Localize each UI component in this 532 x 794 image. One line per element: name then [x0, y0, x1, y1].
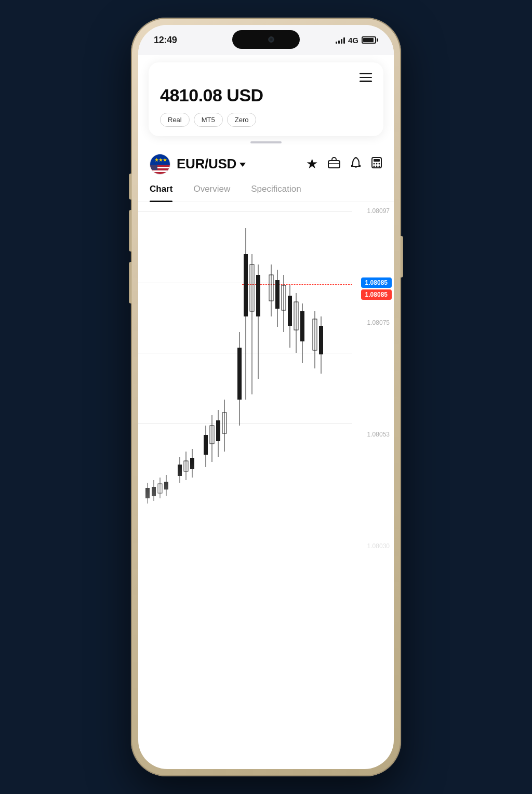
currency-left: ★★★ EUR/USD	[150, 154, 246, 175]
phone-shell: 12:49 4G	[131, 18, 401, 776]
volume-down-button[interactable]	[129, 262, 132, 303]
battery-tip	[377, 38, 378, 42]
account-balance: 4810.08 USD	[160, 85, 372, 105]
account-tag-mt5[interactable]: MT5	[194, 113, 223, 127]
hamburger-line-1	[360, 73, 372, 74]
ask-price-badge: 1.08085	[361, 289, 392, 300]
tab-chart[interactable]: Chart	[150, 184, 172, 202]
candle-group-right	[313, 311, 323, 374]
svg-point-6	[379, 163, 380, 164]
tab-specification[interactable]: Specification	[251, 184, 301, 202]
currency-header: ★★★ EUR/USD ★	[138, 147, 394, 175]
svg-point-8	[376, 165, 378, 167]
battery-icon	[362, 36, 378, 44]
account-tag-zero[interactable]: Zero	[227, 113, 257, 127]
svg-point-7	[374, 165, 375, 167]
svg-point-9	[379, 165, 380, 167]
signal-bar-4	[343, 37, 345, 44]
svg-rect-33	[237, 348, 242, 400]
status-icons: 4G	[336, 36, 378, 45]
briefcase-icon[interactable]	[327, 156, 341, 172]
account-tags: Real MT5 Zero	[160, 113, 372, 127]
account-tag-real[interactable]: Real	[160, 113, 190, 127]
phone-screen: 12:49 4G	[138, 25, 394, 769]
svg-rect-25	[204, 435, 208, 455]
menu-button[interactable]	[360, 73, 372, 82]
account-card: 4810.08 USD Real MT5 Zero	[149, 62, 383, 136]
svg-rect-51	[300, 311, 304, 341]
battery-fill	[363, 38, 374, 42]
phone-device: 12:49 4G	[131, 18, 401, 776]
svg-rect-23	[190, 458, 194, 469]
candle-group-consolidation	[269, 264, 304, 363]
candle-group-1	[145, 475, 168, 504]
volume-up-button[interactable]	[129, 210, 132, 252]
svg-rect-29	[216, 420, 220, 441]
candlestick-chart	[138, 202, 362, 555]
dynamic-island	[232, 30, 300, 49]
bell-icon[interactable]	[350, 156, 362, 172]
svg-rect-3	[374, 159, 380, 162]
power-button[interactable]	[400, 236, 403, 277]
candle-group-3	[204, 400, 227, 467]
hamburger-line-3	[360, 81, 372, 82]
svg-rect-43	[275, 280, 280, 309]
svg-rect-47	[288, 296, 292, 326]
battery-body	[362, 36, 376, 44]
status-time: 12:49	[154, 35, 177, 46]
account-card-header	[160, 73, 372, 82]
signal-bar-1	[336, 42, 337, 44]
signal-bar-3	[341, 39, 342, 44]
currency-name: EUR/USD	[177, 156, 236, 172]
chevron-down-icon	[240, 163, 246, 167]
signal-bar-2	[338, 41, 340, 44]
svg-rect-13	[152, 487, 156, 496]
svg-rect-0	[328, 161, 340, 168]
svg-rect-19	[178, 465, 182, 476]
svg-point-4	[374, 163, 375, 164]
svg-rect-35	[244, 254, 248, 316]
svg-point-5	[376, 163, 378, 164]
currency-flag: ★★★	[150, 154, 170, 175]
bid-price-badge: 1.08085	[361, 277, 392, 288]
candle-group-tall	[237, 228, 260, 426]
signal-bars-icon	[336, 36, 345, 44]
mute-button[interactable]	[129, 174, 132, 200]
calculator-icon[interactable]	[371, 156, 382, 172]
drag-handle-bar	[250, 141, 282, 143]
currency-name-container[interactable]: EUR/USD	[177, 156, 246, 172]
status-bar: 12:49 4G	[138, 25, 394, 55]
camera-dot	[268, 36, 274, 43]
hamburger-line-2	[360, 77, 372, 78]
tabs-container: Chart Overview Specification	[138, 175, 394, 202]
drag-handle	[138, 136, 394, 147]
tab-overview[interactable]: Overview	[193, 184, 230, 202]
svg-rect-55	[319, 326, 323, 354]
svg-rect-17	[164, 482, 168, 489]
eu-flag-top: ★★★	[150, 154, 170, 165]
currency-actions: ★	[306, 156, 382, 172]
network-type: 4G	[348, 36, 358, 45]
star-icon[interactable]: ★	[306, 156, 318, 172]
svg-rect-11	[145, 488, 150, 498]
svg-rect-39	[256, 275, 260, 316]
chart-area[interactable]: 1.08097 1.08075 1.08053 1.08030 1.08085 …	[138, 202, 394, 555]
us-flag-bottom	[150, 165, 170, 175]
candle-group-2	[178, 449, 194, 483]
